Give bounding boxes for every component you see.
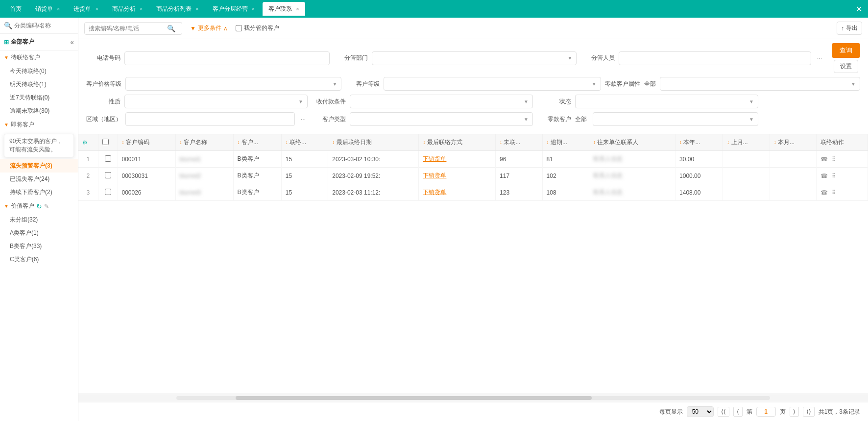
col-this-month[interactable]: ↕ 本月... <box>770 134 817 151</box>
sidebar-collapse-btn[interactable]: « <box>70 38 74 46</box>
sidebar-pending-section[interactable]: ▼ 待联络客户 <box>0 50 78 65</box>
region-more-dots[interactable]: ··· <box>299 116 308 123</box>
last-page-btn[interactable]: ⟩⟩ <box>803 407 815 417</box>
action-phone-icon[interactable]: ☎ <box>820 189 828 196</box>
nav-product-analysis[interactable]: 商品分析 × <box>106 2 148 16</box>
query-button[interactable]: 查询 <box>832 43 860 58</box>
close-product-list[interactable]: × <box>195 6 198 12</box>
filter-zero-attr: 零款客户属性 全部 ▼ <box>605 77 860 91</box>
nav-product-list[interactable]: 商品分析列表 × <box>150 2 204 16</box>
row-checkbox[interactable] <box>105 189 111 195</box>
sidebar-today-pending[interactable]: 今天待联络(0) <box>0 65 78 78</box>
horizontal-scrollbar[interactable] <box>78 394 868 402</box>
sidebar-unclassified[interactable]: 未分组(32) <box>0 213 78 226</box>
col-customer-type[interactable]: ↕ 客户... <box>233 134 281 151</box>
nav-home[interactable]: 首页 <box>4 2 27 16</box>
sidebar-search-input[interactable] <box>14 22 78 29</box>
close-purchase-order[interactable]: × <box>95 6 98 12</box>
col-last-contact-method[interactable]: ↕ 最后联络方式 <box>419 134 496 151</box>
scroll-thumb[interactable] <box>236 396 592 400</box>
nav-customer-contact[interactable]: 客户联系 × <box>263 2 305 16</box>
more-dots-icon[interactable]: ··· <box>815 55 824 62</box>
main-search-icon[interactable]: 🔍 <box>167 25 175 32</box>
first-page-btn[interactable]: ⟨⟨ <box>718 407 729 417</box>
close-sales-order[interactable]: × <box>57 6 60 12</box>
refresh-icon[interactable]: ↻ <box>36 202 42 210</box>
edit-icon[interactable]: ✎ <box>44 203 49 210</box>
nav-customer-layer[interactable]: 客户分层经营 × <box>207 2 261 16</box>
main-layout: 🔍 ⊞ 全部客户 « ▼ 待联络客户 今天待联络(0) 明天待联络(1) 近7天… <box>0 18 868 421</box>
col-last-contact-date[interactable]: ↕ 最后联络日期 <box>328 134 419 151</box>
close-customer-contact[interactable]: × <box>296 6 299 12</box>
export-button[interactable]: ↑ 导出 <box>837 22 862 35</box>
scroll-track[interactable] <box>176 396 770 400</box>
filter-gender-select[interactable]: ▼ <box>124 95 308 108</box>
sidebar-tomorrow-pending[interactable]: 明天待联络(1) <box>0 78 78 91</box>
settings-button[interactable]: 设置 <box>834 60 858 73</box>
action-more-icon[interactable]: ⠿ <box>832 189 836 196</box>
sidebar-week-pending[interactable]: 近7天待联络(0) <box>0 91 78 104</box>
col-last-month[interactable]: ↕ 上月... <box>723 134 770 151</box>
row-checkbox[interactable] <box>105 172 111 178</box>
row-checkbox-cell[interactable] <box>98 168 118 184</box>
sidebar-all-customers[interactable]: ⊞ 全部客户 « <box>0 34 78 50</box>
more-filter-btn[interactable]: ▼ 更多条件 ∧ <box>186 22 232 34</box>
action-more-icon[interactable]: ⠿ <box>832 173 836 179</box>
prev-page-btn[interactable]: ⟨ <box>733 407 743 417</box>
select-all-checkbox[interactable] <box>102 139 109 145</box>
filter-customer-type-select[interactable]: ▼ <box>350 112 533 126</box>
action-phone-icon[interactable]: ☎ <box>820 173 828 179</box>
page-input[interactable] <box>756 407 776 417</box>
close-customer-layer[interactable]: × <box>252 6 255 12</box>
next-page-btn[interactable]: ⟩ <box>790 407 799 417</box>
filter-price-level-select[interactable]: ▼ <box>125 77 341 91</box>
close-product-analysis[interactable]: × <box>140 6 143 12</box>
sidebar-declining[interactable]: 持续下滑客户(2) <box>0 186 78 199</box>
nav-purchase-order[interactable]: 进货单 × <box>68 2 104 16</box>
row-checkbox[interactable] <box>105 155 111 162</box>
cell-last-month <box>723 184 770 201</box>
row-checkbox-cell[interactable] <box>98 151 118 168</box>
cell-last-method[interactable]: 下销货单 <box>419 151 496 168</box>
filter-phone-input[interactable] <box>124 51 330 65</box>
sidebar-b-class[interactable]: B类客户(33) <box>0 240 78 253</box>
row-checkbox-cell[interactable] <box>98 184 118 201</box>
close-all-tabs[interactable]: ✕ <box>854 2 864 16</box>
filter-panel: 电话号码 分管部门 ▼ 分管人员 ··· <box>78 39 868 134</box>
filter-zero-customer-select[interactable]: ▼ <box>593 112 758 126</box>
col-customer-code[interactable]: ↕ 客户编码 <box>118 134 175 151</box>
col-overdue[interactable]: ↕ 逾期... <box>542 134 589 151</box>
col-customer-name[interactable]: ↕ 客户名称 <box>175 134 233 151</box>
cell-this-month <box>770 168 817 184</box>
filter-zero-attr-select[interactable]: ▼ <box>660 77 860 91</box>
customer-table: ⚙ ↕ 客户编码 ↕ 客户名称 <box>78 134 868 201</box>
sidebar-lost-section[interactable]: ▼ 即将客户 <box>0 118 78 132</box>
filter-status-select[interactable]: ▼ <box>575 95 758 108</box>
sidebar-overdue-pending[interactable]: 逾期未联络(30) <box>0 104 78 118</box>
cell-last-method[interactable]: 下销货单 <box>419 168 496 184</box>
settings-col-header[interactable]: ⚙ <box>78 134 98 151</box>
col-contact-count[interactable]: ↕ 联络... <box>281 134 328 151</box>
filter-department-select[interactable]: ▼ <box>372 51 577 65</box>
sidebar-loss-warning[interactable]: 流失预警客户(3) <box>0 159 78 173</box>
filter-region-select[interactable] <box>125 112 295 126</box>
my-customers-checkbox-label[interactable]: 我分管的客户 <box>236 24 279 32</box>
col-contacts[interactable]: ↕ 往来单位联系人 <box>589 134 675 151</box>
filter-payment-select[interactable]: ▼ <box>350 95 533 108</box>
action-phone-icon[interactable]: ☎ <box>820 156 828 163</box>
col-this-year[interactable]: ↕ 本年... <box>675 134 723 151</box>
filter-customer-level-select[interactable]: ▼ <box>384 77 601 91</box>
sidebar-a-class[interactable]: A类客户(1) <box>0 226 78 240</box>
main-search-input[interactable] <box>89 25 167 32</box>
nav-sales-order[interactable]: 销货单 × <box>29 2 66 16</box>
action-more-icon[interactable]: ⠿ <box>832 156 836 163</box>
col-unlisted[interactable]: ↕ 未联... <box>496 134 543 151</box>
cell-last-method[interactable]: 下销货单 <box>419 184 496 201</box>
checkbox-col-header[interactable] <box>98 134 118 151</box>
filter-staff-select[interactable] <box>619 51 811 65</box>
per-page-select[interactable]: 50 100 200 <box>687 406 714 417</box>
sidebar-c-class[interactable]: C类客户(6) <box>0 253 78 266</box>
sidebar-value-section[interactable]: ▼ 价值客户 ↻ ✎ <box>0 199 78 213</box>
my-customers-checkbox[interactable] <box>236 25 242 31</box>
sidebar-already-lost[interactable]: 已流失客户(24) <box>0 173 78 186</box>
